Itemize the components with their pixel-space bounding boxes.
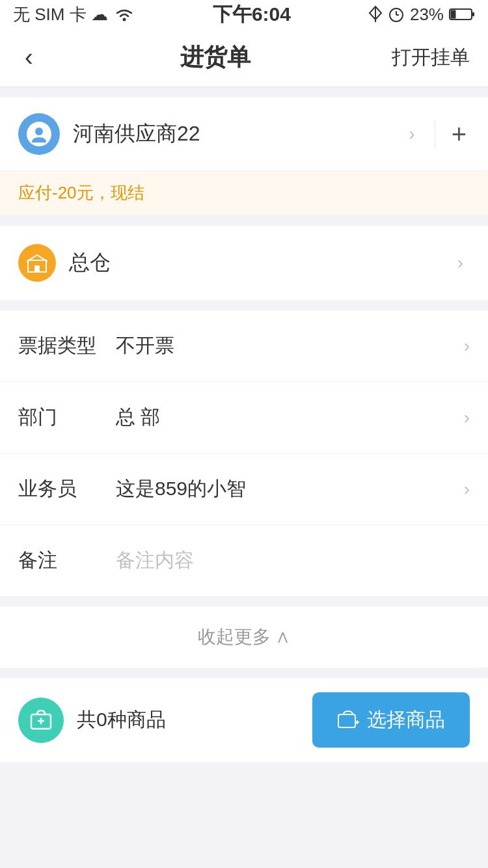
- content-area: 河南供应商22 › + 应付-20元，现结 总仓 › 票据类型 不开票 ›: [0, 87, 488, 762]
- page-title: 进货单: [180, 42, 251, 74]
- collapse-button[interactable]: 收起更多 ∧: [0, 606, 488, 668]
- alert-banner: 应付-20元，现结: [0, 171, 488, 215]
- bottom-bar: 共0种商品 选择商品: [0, 678, 488, 762]
- salesman-label: 业务员: [18, 476, 96, 502]
- warehouse-row[interactable]: 总仓 ›: [0, 226, 488, 300]
- status-bar: 无 SIM 卡 ☁ 下午6:04 23%: [0, 0, 488, 29]
- svg-rect-10: [34, 265, 40, 272]
- vertical-divider: [435, 121, 435, 147]
- open-pending-button[interactable]: 打开挂单: [392, 44, 470, 71]
- select-product-button[interactable]: 选择商品: [312, 692, 470, 748]
- dept-chevron-icon: ›: [464, 407, 470, 428]
- supplier-row[interactable]: 河南供应商22 › +: [0, 98, 488, 171]
- supplier-avatar: [18, 113, 60, 155]
- battery-icon: [449, 7, 475, 21]
- supplier-chevron-icon: ›: [409, 124, 414, 144]
- select-product-label: 选择商品: [367, 707, 445, 733]
- salesman-row[interactable]: 业务员 这是859的小智 ›: [0, 454, 488, 525]
- remark-label: 备注: [18, 547, 96, 574]
- dept-row[interactable]: 部门 总 部 ›: [0, 382, 488, 454]
- dept-label: 部门: [18, 404, 96, 431]
- supplier-name: 河南供应商22: [73, 120, 409, 148]
- product-count: 共0种商品: [77, 707, 312, 733]
- warehouse-icon: [18, 244, 56, 282]
- cart-icon-wrap: [18, 698, 64, 743]
- warehouse-chevron-icon: ›: [457, 252, 463, 273]
- form-card: 票据类型 不开票 › 部门 总 部 › 业务员 这是859的小智 › 备注 备注…: [0, 310, 488, 596]
- svg-point-8: [35, 128, 43, 135]
- remark-input[interactable]: 备注内容: [96, 547, 470, 574]
- add-supplier-button[interactable]: +: [448, 116, 470, 152]
- battery-label: 23%: [410, 5, 444, 25]
- supplier-card: 河南供应商22 › + 应付-20元，现结: [0, 98, 488, 215]
- status-left: 无 SIM 卡 ☁: [13, 3, 135, 26]
- avatar-icon: [27, 122, 51, 146]
- svg-rect-7: [451, 10, 456, 19]
- invoice-chevron-icon: ›: [464, 336, 470, 357]
- salesman-value: 这是859的小智: [96, 476, 464, 502]
- remark-row[interactable]: 备注 备注内容: [0, 525, 488, 596]
- invoice-row[interactable]: 票据类型 不开票 ›: [0, 310, 488, 382]
- sim-label: 无 SIM 卡 ☁: [13, 3, 108, 26]
- alarm-icon: [388, 5, 405, 23]
- status-time: 下午6:04: [213, 1, 291, 28]
- warehouse-name: 总仓: [69, 249, 457, 277]
- invoice-label: 票据类型: [18, 332, 96, 359]
- svg-point-0: [122, 18, 126, 21]
- nav-bar: ‹ 进货单 打开挂单: [0, 29, 488, 87]
- location-icon: [368, 5, 383, 23]
- status-right: 23%: [368, 5, 475, 25]
- cart-icon: [29, 708, 53, 733]
- warehouse-card[interactable]: 总仓 ›: [0, 226, 488, 300]
- dept-value: 总 部: [96, 404, 464, 431]
- invoice-value: 不开票: [96, 332, 464, 359]
- select-cart-icon: [337, 709, 359, 731]
- back-button[interactable]: ‹: [18, 37, 40, 78]
- svg-rect-6: [472, 12, 474, 16]
- salesman-chevron-icon: ›: [464, 479, 470, 500]
- svg-rect-14: [338, 714, 355, 727]
- wifi-icon: [113, 7, 135, 22]
